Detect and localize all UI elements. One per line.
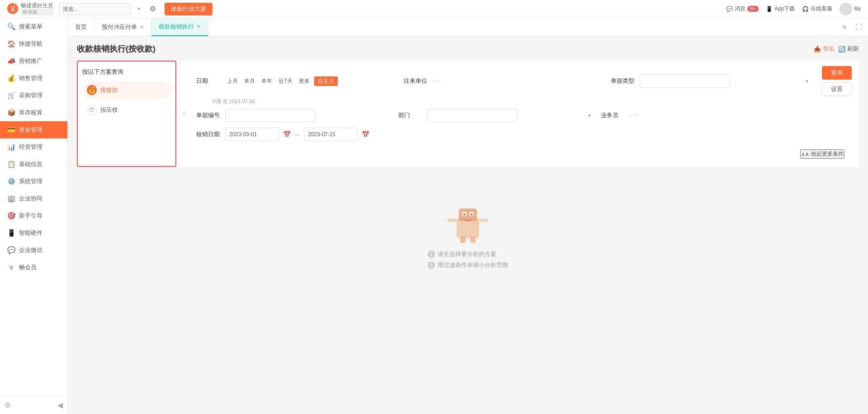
online-service-button[interactable]: 🎧 在线客服	[802, 5, 832, 13]
date-separator: —	[294, 131, 300, 138]
search-dropdown-icon[interactable]: ▼	[137, 6, 141, 11]
collapse-more-button[interactable]: ∧∧ 收起更多条件	[800, 149, 844, 159]
doc-number-field: 单据编号	[196, 109, 393, 122]
verify-date-field: 核销日期 📅 — 📅	[196, 128, 852, 141]
sidebar-settings-icon[interactable]: ⚙	[5, 401, 11, 409]
tip-num-2: 2	[428, 262, 435, 269]
sidebar-label-marketing: 营销推广	[19, 57, 42, 65]
sidebar-label-quick-nav: 快捷导航	[19, 40, 42, 48]
filter-area: 按以下方案查询 💰 按收款 ⏱ 按应收 《	[77, 61, 859, 167]
sidebar-item-search-menu[interactable]: 🔍 搜索菜单	[0, 18, 67, 35]
receipt-icon: 💰	[87, 85, 97, 95]
empty-tip-1: 1 请先选择要分析的方案	[428, 250, 508, 258]
date-field: 日期 上月 本月 本年 近7天 更多 自定义	[196, 76, 398, 86]
sidebar-item-quick-nav[interactable]: 🏠 快捷导航	[0, 35, 67, 52]
svg-rect-8	[460, 237, 466, 243]
filter-option-by-receivable[interactable]: ⏱ 按应收	[82, 101, 171, 119]
doc-number-input[interactable]	[225, 109, 316, 122]
tab-receivable-verify[interactable]: 收款核销执行 ✕	[151, 18, 208, 36]
date-tag-this-month[interactable]: 本月	[242, 76, 257, 86]
filter-option-by-receipt[interactable]: 💰 按收款	[82, 81, 171, 99]
department-select[interactable]	[427, 109, 518, 122]
sidebar-item-guide[interactable]: 🎯 新手引导	[0, 207, 67, 224]
megaphone-icon: 📣	[7, 57, 15, 65]
doc-type-label: 单据类型	[611, 77, 636, 85]
tab-home-label: 首页	[75, 23, 87, 31]
settings-icon[interactable]: ⚙	[146, 3, 159, 15]
messages-button[interactable]: 💬 消息 99+	[726, 5, 759, 13]
tab-receivable-verify-close-icon[interactable]: ✕	[197, 24, 201, 29]
filter-row-3: 核销日期 📅 — 📅	[196, 128, 852, 141]
sidebar-item-sales[interactable]: 💰 销售管理	[0, 70, 67, 87]
settings-button[interactable]: 设置	[822, 82, 852, 96]
verify-date-end-calendar-icon[interactable]: 📅	[362, 131, 369, 138]
sidebar-label-operations: 经营管理	[19, 143, 42, 151]
phone-icon: 📱	[7, 229, 15, 237]
tab-close-all-icon[interactable]: ✕	[839, 22, 850, 33]
verify-date-label: 核销日期	[196, 130, 222, 138]
export-button[interactable]: 📤 导出	[814, 45, 835, 53]
sidebar-item-system[interactable]: ⚙️ 系统管理	[0, 173, 67, 190]
date-tag-custom[interactable]: 自定义	[314, 76, 338, 86]
tab-prepay-close-icon[interactable]: ✕	[140, 24, 144, 30]
app-download-button[interactable]: 📱 App下载	[766, 5, 795, 13]
verify-date-start-input[interactable]	[225, 128, 279, 141]
chart-icon: 📊	[7, 143, 15, 151]
tab-prepay[interactable]: 预付冲应付单 ✕	[94, 18, 151, 36]
tab-home[interactable]: 首页	[68, 18, 94, 36]
doc-type-field: 单据类型 ▼	[611, 74, 813, 88]
date-tag-this-year[interactable]: 本年	[259, 76, 274, 86]
verify-date-end-input[interactable]	[304, 128, 358, 141]
sidebar-item-operations[interactable]: 📊 经营管理	[0, 138, 67, 156]
sidebar-item-purchase[interactable]: 🛒 采购管理	[0, 87, 67, 104]
avatar	[840, 3, 852, 15]
clipboard-icon: 📋	[7, 160, 15, 168]
sidebar-collapse-icon[interactable]: ◀	[57, 401, 63, 409]
sidebar-item-vip[interactable]: V 畅会员	[0, 259, 67, 276]
date-tags: 上月 本月 本年 近7天 更多 自定义	[225, 76, 338, 86]
sidebar-label-sales: 销售管理	[19, 74, 42, 82]
sidebar-label-finance: 资金管理	[19, 126, 42, 134]
tab-prepay-label: 预付冲应付单	[102, 23, 137, 31]
app-name: 畅捷通好生意	[21, 2, 53, 9]
svg-rect-9	[470, 237, 476, 243]
sidebar-item-marketing[interactable]: 📣 营销推广	[0, 52, 67, 70]
date-tag-last-month[interactable]: 上月	[225, 76, 240, 86]
date-tag-7days[interactable]: 近7天	[277, 76, 294, 86]
app-logo: 🐰 畅捷通好生意 标准版	[7, 2, 53, 16]
svg-rect-7	[479, 219, 488, 222]
filter-collapse-arrow[interactable]: 《	[176, 106, 189, 121]
svg-rect-1	[459, 209, 477, 221]
counterpart-input[interactable]: ···	[433, 77, 441, 85]
doc-type-select[interactable]	[640, 74, 730, 88]
search-input[interactable]	[59, 3, 131, 15]
export-icon: 📤	[814, 46, 821, 52]
sidebar-item-basic-info[interactable]: 📋 基础信息	[0, 156, 67, 173]
tip-num-1: 1	[428, 251, 435, 258]
home-icon: 🏠	[7, 40, 15, 48]
department-chevron-icon: ▼	[587, 113, 592, 118]
user-profile[interactable]: Rit	[840, 3, 861, 15]
sidebar-item-smart-hw[interactable]: 📱 智能硬件	[0, 224, 67, 242]
sidebar-label-smart-hw: 智能硬件	[19, 229, 42, 237]
refresh-icon: 🔄	[838, 46, 845, 52]
salesman-input[interactable]: ···	[630, 111, 638, 119]
tab-fullscreen-icon[interactable]: ⛶	[854, 22, 864, 33]
sidebar-label-inventory: 库存核算	[19, 109, 42, 117]
refresh-button[interactable]: 🔄 刷新	[838, 45, 859, 53]
date-tag-more[interactable]: 更多	[297, 76, 311, 86]
sidebar-label-wechat-work: 企业微信	[19, 246, 42, 254]
solution-button[interactable]: 体验行业方案	[165, 3, 212, 15]
app-version: 标准版	[21, 9, 53, 15]
query-button[interactable]: 查询	[822, 66, 852, 80]
sidebar-item-wechat-work[interactable]: 💬 企业微信	[0, 242, 67, 259]
svg-rect-6	[448, 219, 457, 222]
verify-date-start-calendar-icon[interactable]: 📅	[283, 131, 291, 138]
doc-number-label: 单据编号	[196, 111, 222, 119]
sidebar-item-enterprise[interactable]: 🏢 企业协同	[0, 190, 67, 207]
sidebar-item-inventory[interactable]: 📦 库存核算	[0, 104, 67, 121]
sidebar-label-basic-info: 基础信息	[19, 160, 42, 168]
sidebar-item-finance[interactable]: 💳 资金管理	[0, 121, 67, 138]
cart-icon: 🛒	[7, 91, 15, 100]
sidebar-label-enterprise: 企业协同	[19, 195, 42, 203]
